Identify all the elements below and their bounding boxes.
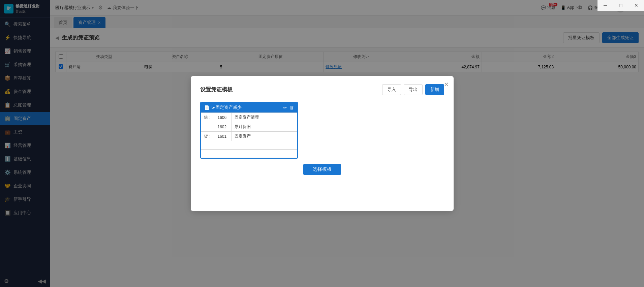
window-controls: ─ □ ✕ — [597, 0, 644, 11]
export-button[interactable]: 导出 — [404, 84, 423, 95]
modal-title: 设置凭证模板 — [200, 86, 233, 93]
modal-close-button[interactable]: ✕ — [444, 81, 449, 88]
template-debit-row: 借： 1606 固定资产清理 — [201, 113, 297, 122]
template-credit-row: 贷： 1601 固定资产 — [201, 132, 297, 141]
close-button[interactable]: ✕ — [628, 0, 644, 11]
template-header-actions: ✏ 🗑 — [283, 105, 294, 110]
template-debit-row: 1602 累计折旧 — [201, 122, 297, 132]
maximize-button[interactable]: □ — [613, 0, 628, 11]
template-edit-icon[interactable]: ✏ — [283, 105, 287, 110]
select-template-button[interactable]: 选择模板 — [303, 164, 341, 175]
template-doc-icon: 📄 — [204, 105, 210, 110]
import-button[interactable]: 导入 — [382, 84, 401, 95]
template-card[interactable]: 📄 5-固定资产减少 ✏ 🗑 借： 1606 固定资产清理 1602 累计折旧 … — [200, 102, 298, 159]
modal-overlay: 设置凭证模板 导入 导出 新增 ✕ 📄 5-固定资产减少 ✏ 🗑 — [0, 0, 644, 287]
template-table: 借： 1606 固定资产清理 1602 累计折旧 贷： 1601 固定资产 — [201, 113, 297, 158]
new-template-button[interactable]: 新增 — [425, 84, 444, 95]
template-name: 5-固定资产减少 — [212, 104, 242, 110]
template-header-left: 📄 5-固定资产减少 — [204, 104, 242, 110]
modal-dialog: 设置凭证模板 导入 导出 新增 ✕ 📄 5-固定资产减少 ✏ 🗑 — [191, 76, 454, 211]
modal-action-buttons: 导入 导出 新增 — [382, 84, 444, 95]
template-card-body: 借： 1606 固定资产清理 1602 累计折旧 贷： 1601 固定资产 — [201, 113, 297, 158]
template-card-header: 📄 5-固定资产减少 ✏ 🗑 — [201, 102, 297, 113]
template-delete-icon[interactable]: 🗑 — [289, 105, 294, 110]
template-empty-row — [201, 150, 297, 158]
template-empty-row — [201, 141, 297, 150]
minimize-button[interactable]: ─ — [597, 0, 613, 11]
modal-header: 设置凭证模板 导入 导出 新增 — [200, 84, 444, 95]
